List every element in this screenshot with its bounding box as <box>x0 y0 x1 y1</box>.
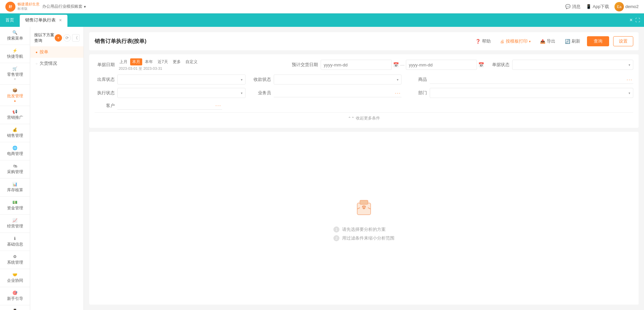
status-chevron-icon: ▾ <box>629 63 630 67</box>
status-select[interactable]: ▾ <box>512 60 633 70</box>
message-btn[interactable]: 💬 消息 <box>565 4 581 10</box>
print-icon: 🖨 <box>500 39 504 44</box>
operations-icon: 📈 <box>12 218 17 223</box>
add-scheme-btn[interactable]: + <box>55 34 62 42</box>
enterprise-icon: 🤝 <box>12 272 17 277</box>
window-close-btn[interactable]: × <box>630 17 633 23</box>
delivery-date-end[interactable] <box>406 60 477 70</box>
sub-sidebar-title: 按以下方案查询 <box>34 32 55 44</box>
top-bar-right: 💬 消息 📱 App下载 Ea demo2 <box>565 2 639 11</box>
logo-text-block: 畅捷通好生意 标准版 <box>17 2 40 11</box>
wholesale-icon: 📦 <box>12 88 17 93</box>
settings-btn[interactable]: 设置 <box>613 36 633 46</box>
customer-dots-btn[interactable]: ··· <box>215 103 221 108</box>
svg-point-6 <box>365 206 366 207</box>
empty-steps: 1 请先选择要分析的方案 2 用过滤条件来缩小分析范围 <box>333 226 394 244</box>
tab-close-icon[interactable]: × <box>59 17 62 23</box>
customer-input[interactable]: ··· <box>117 101 222 110</box>
sub-sidebar-header: 按以下方案查询 + ⟳ 《 <box>30 30 84 46</box>
top-bar-left: 好 畅捷通好生意 标准版 办公用品行业模拟账套 ▾ <box>5 2 86 12</box>
window-maximize-btn[interactable]: ⛶ <box>635 17 640 23</box>
outbound-select[interactable]: ▾ <box>117 74 246 85</box>
date-field: 单据日期 上月 本月 本年 近7天 更多 自定义 20 <box>95 58 286 71</box>
sidebar-ecommerce-label: 电商管理 <box>7 151 23 157</box>
sidebar-item-ecommerce[interactable]: 🌐 电商管理 <box>0 142 30 160</box>
step-2-text: 用过滤条件来缩小分析范围 <box>342 235 394 241</box>
preset-last-month[interactable]: 上月 <box>117 58 129 65</box>
status-field: 单据状态 ▾ <box>489 60 633 70</box>
goods-input[interactable]: ··· <box>430 75 633 84</box>
sidebar-item-basic[interactable]: ℹ 基础信息 <box>0 233 30 251</box>
cal-icon-start[interactable]: 📅 <box>393 62 399 67</box>
sidebar-item-search[interactable]: 🔍 搜索菜单 <box>0 27 30 45</box>
breadcrumb[interactable]: 办公用品行业模拟账套 ▾ <box>42 4 86 9</box>
sidebar-item-newbie[interactable]: 🎯 新手引导 <box>0 287 30 305</box>
sidebar-basic-label: 基础信息 <box>7 242 23 247</box>
user-name: demo2 <box>625 4 639 9</box>
step-num-1: 1 <box>333 226 339 232</box>
order-label: 按单 <box>40 49 48 55</box>
sidebar-item-inventory[interactable]: 📊 库存核算 <box>0 178 30 197</box>
department-select[interactable]: ▾ <box>430 88 633 98</box>
empty-state: 1 请先选择要分析的方案 2 用过滤条件来缩小分析范围 <box>89 132 639 305</box>
sidebar-item-wholesale[interactable]: 📦 批发管理 ▲ <box>0 85 30 106</box>
svg-rect-1 <box>360 200 368 204</box>
preset-this-month[interactable]: 本月 <box>130 58 142 65</box>
payment-select[interactable]: ▾ <box>274 74 402 85</box>
filter-rows: 单据日期 上月 本月 本年 近7天 更多 自定义 20 <box>95 58 633 110</box>
marketing-icon: 📢 <box>12 109 17 114</box>
preset-this-year[interactable]: 本年 <box>143 58 155 65</box>
sidebar-item-sales[interactable]: 💰 销售管理 <box>0 124 30 142</box>
sidebar-item-retail[interactable]: 🛒 零售管理 ▼ <box>0 63 30 85</box>
inventory-icon: 📊 <box>12 182 17 187</box>
middle-layout: 按以下方案查询 + ⟳ 《 ● 按单 ○ 欠货情况 销售订单执行表(按单) <box>30 27 644 310</box>
help-btn[interactable]: ❓ 帮助 <box>473 37 493 46</box>
tab-home[interactable]: 首页 <box>0 13 20 27</box>
salesperson-input[interactable]: ··· <box>274 89 402 97</box>
debt-icon: ○ <box>36 62 38 65</box>
collapse-more-label: 收起更多条件 <box>356 115 380 121</box>
user-profile[interactable]: Ea demo2 <box>614 2 639 11</box>
main-layout: 🔍 搜索菜单 ⚡ 快捷导航 🛒 零售管理 ▼ 📦 批发管理 ▲ 📢 营销推广 💰… <box>0 27 644 310</box>
preset-custom[interactable]: 自定义 <box>183 58 200 65</box>
execution-label: 执行状态 <box>95 90 115 96</box>
sidebar-item-quick-nav[interactable]: ⚡ 快捷导航 <box>0 45 30 63</box>
delivery-date-start[interactable] <box>321 60 392 70</box>
customer-field: 客户 ··· <box>95 101 222 110</box>
query-btn[interactable]: 查询 <box>587 36 609 46</box>
sub-sidebar-item-debt[interactable]: ○ 欠货情况 <box>30 58 84 69</box>
sub-sidebar-item-order[interactable]: ● 按单 <box>30 46 84 58</box>
print-label: 按模板打印 <box>506 38 528 44</box>
print-template-btn[interactable]: 🖨 按模板打印 ▾ <box>497 37 533 46</box>
execution-select[interactable]: ▾ <box>117 88 246 98</box>
order-active-icon: ● <box>36 50 38 54</box>
payment-label: 收款状态 <box>251 76 271 83</box>
collapse-sidebar-btn[interactable]: 《 <box>72 34 79 42</box>
salesperson-dots-btn[interactable]: ··· <box>395 90 401 96</box>
sidebar-item-system[interactable]: ⚙ 系统管理 <box>0 251 30 269</box>
preset-7days[interactable]: 近7天 <box>156 58 170 65</box>
tab-sales-order[interactable]: 销售订单执行表 × <box>20 15 67 27</box>
refresh-scheme-btn[interactable]: ⟳ <box>63 34 71 42</box>
department-chevron-icon: ▾ <box>629 91 630 95</box>
sidebar-quick-nav-label: 快捷导航 <box>7 54 23 59</box>
goods-dots-btn[interactable]: ··· <box>627 77 633 82</box>
collapse-more-btn[interactable]: ⌃⌃ 收起更多条件 <box>95 112 633 124</box>
execution-field: 执行状态 ▾ <box>95 88 246 98</box>
app-download-btn[interactable]: 📱 App下载 <box>586 4 609 10</box>
sidebar-item-appstore[interactable]: 📱 应用中心 <box>0 305 30 310</box>
sidebar-item-finance[interactable]: 💵 资金管理 <box>0 197 30 215</box>
sidebar-item-enterprise[interactable]: 🤝 企业协同 <box>0 269 30 287</box>
filter-row-2: 出库状态 ▾ 收款状态 ▾ <box>95 74 633 85</box>
salesperson-label: 业务员 <box>251 90 271 96</box>
cal-icon-end[interactable]: 📅 <box>478 62 484 67</box>
filter-row-3: 执行状态 ▾ 业务员 ··· <box>95 88 633 98</box>
sidebar-inventory-label: 库存核算 <box>7 187 23 193</box>
refresh-btn[interactable]: 🔄 刷新 <box>562 37 583 46</box>
date-presets: 上月 本月 本年 近7天 更多 自定义 <box>117 58 286 65</box>
preset-more[interactable]: 更多 <box>171 58 183 65</box>
export-btn[interactable]: 📤 导出 <box>537 37 558 46</box>
sidebar-item-marketing[interactable]: 📢 营销推广 <box>0 106 30 124</box>
sidebar-item-operations[interactable]: 📈 经营管理 <box>0 215 30 233</box>
sidebar-item-purchase[interactable]: 🛍 采购管理 <box>0 160 30 178</box>
